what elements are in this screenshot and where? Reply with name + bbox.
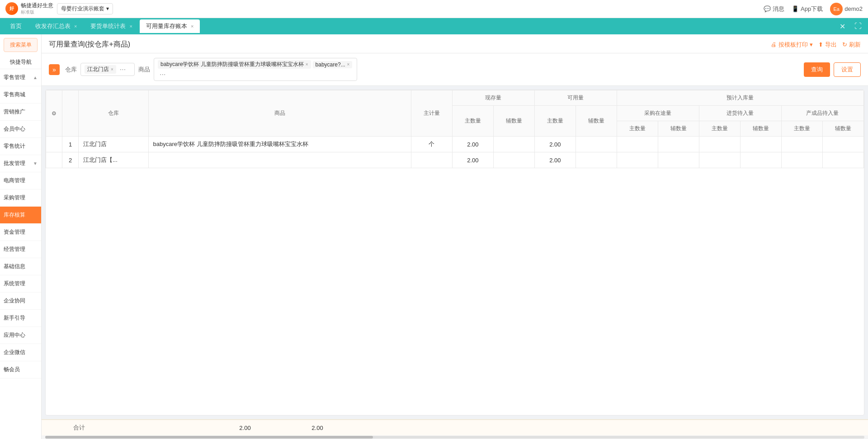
sidebar-item-new-guide[interactable]: 新手引导 [0, 310, 41, 327]
tab-available-stock[interactable]: 可用量库存账本 × [140, 19, 200, 33]
row2-no: 2 [62, 152, 79, 168]
tab-home-label: 首页 [10, 22, 22, 30]
filter-expand-btn[interactable]: » [49, 64, 60, 75]
scrollbar-thumb[interactable] [45, 436, 373, 439]
sidebar-item-wholesale[interactable]: 批发管理 ▼ [0, 155, 41, 172]
nav-tabs-end: ✕ ⛶ [837, 21, 864, 32]
th-main-unit: 主计量 [411, 90, 452, 137]
tab-order-stats-label: 要货单统计表 [90, 22, 126, 30]
sidebar-item-purchase-label: 采购管理 [4, 194, 25, 202]
footer-available-main: 2.00 [299, 425, 335, 431]
row2-settings[interactable] [46, 152, 62, 168]
top-bar: 好 畅捷通好生意 标准版 母婴行业演示账套 ▾ 💬 消息 📱 App下载 Ea … [0, 0, 868, 18]
row1-purchase-aux [658, 137, 699, 152]
th-goods-arrival-group: 进货待入量 [699, 106, 781, 121]
th-current-main: 主数量 [452, 106, 493, 137]
row2-purchase-main [617, 152, 658, 168]
row1-purchase-main [617, 137, 658, 152]
row1-available-main: 2.00 [534, 137, 576, 152]
product-filter-more[interactable]: ··· [160, 71, 165, 79]
industry-selector[interactable]: 母婴行业演示账套 ▾ [57, 3, 113, 14]
tab-receive-pay[interactable]: 收发存汇总表 × [29, 19, 83, 33]
printer-icon: 🖨 [771, 41, 777, 48]
sidebar-item-system[interactable]: 系统管理 [0, 275, 41, 293]
th-product-main: 主数量 [781, 121, 822, 137]
sidebar-item-vip[interactable]: 畅会员 [0, 361, 41, 378]
horizontal-scrollbar[interactable] [42, 435, 868, 439]
row2-goods-aux [740, 152, 781, 168]
sidebar-item-wechat[interactable]: 企业微信 [0, 344, 41, 361]
row1-settings[interactable] [46, 137, 62, 152]
query-btn[interactable]: 查询 [804, 62, 830, 77]
sidebar-item-app-center[interactable]: 应用中心 [0, 327, 41, 344]
quick-nav-btn[interactable]: 快捷导航 [0, 56, 41, 69]
print-chevron-icon: ▾ [810, 41, 813, 48]
sidebar-item-basic[interactable]: 基础信息 [0, 258, 41, 275]
product-tag-2-close[interactable]: × [347, 62, 350, 67]
tab-receive-pay-close[interactable]: × [74, 24, 77, 29]
sidebar-item-enterprise[interactable]: 企业协同 [0, 293, 41, 310]
sidebar-item-vip-label: 畅会员 [4, 366, 20, 373]
th-goods-main: 主数量 [699, 121, 740, 137]
message-icon: 💬 [764, 5, 771, 12]
warehouse-filter-more[interactable]: ··· [120, 66, 126, 74]
logo-sub-text: 标准版 [21, 9, 53, 15]
avatar: Ea [830, 3, 843, 15]
search-menu-btn[interactable]: 搜索菜单 [4, 38, 38, 52]
scrollbar-track[interactable] [45, 436, 864, 439]
message-btn[interactable]: 💬 消息 [764, 5, 784, 13]
sidebar-item-purchase[interactable]: 采购管理 [0, 189, 41, 207]
close-all-tabs-btn[interactable]: ✕ [837, 21, 848, 32]
app-icon: 📱 [792, 5, 799, 12]
sidebar-item-operations[interactable]: 经营管理 [0, 241, 41, 258]
product-filter-label: 商品 [138, 66, 150, 74]
sidebar-item-basic-label: 基础信息 [4, 263, 25, 270]
tab-order-stats[interactable]: 要货单统计表 × [84, 19, 138, 33]
sidebar-item-inventory[interactable]: 库存核算 [0, 207, 41, 224]
row2-product-aux [822, 152, 863, 168]
footer-current-main: 2.00 [227, 425, 263, 431]
product-filter-input[interactable]: babycare学饮杯 儿童防摔防撞吸管杯重力球吸嘴杯宝宝水杯 × babyca… [154, 58, 357, 81]
sidebar-item-system-label: 系统管理 [4, 280, 25, 288]
th-available-group: 可用量 [534, 90, 617, 106]
print-btn[interactable]: 🖨 按模板打印 ▾ [771, 41, 813, 49]
page-title: 可用量查询(按仓库+商品) [49, 40, 130, 49]
filter-actions: 查询 设置 [804, 62, 861, 77]
table-row: 2 江北门店【... 2.00 2.00 [46, 152, 864, 168]
sidebar-item-wechat-label: 企业微信 [4, 349, 25, 356]
sidebar-item-retail-mgmt[interactable]: 零售管理 ▲ [0, 69, 41, 86]
settings-btn[interactable]: 设置 [834, 62, 861, 77]
tab-order-stats-close[interactable]: × [129, 24, 132, 29]
warehouse-filter-input[interactable]: 江北门店 × ··· [80, 63, 135, 76]
product-tag-1-close[interactable]: × [306, 62, 308, 67]
th-product-arrival-group: 产成品待入量 [781, 106, 863, 121]
data-table: ⚙ 仓库 商品 主计量 现存量 可用量 预计入库量 主数量 辅数量 主数量 辅数… [46, 90, 864, 168]
row1-goods-aux [740, 137, 781, 152]
th-purchase-aux: 辅数量 [658, 121, 699, 137]
sidebar-item-retail-stats-label: 零售统计 [4, 142, 25, 150]
sidebar-item-marketing[interactable]: 营销推广 [0, 104, 41, 121]
th-goods-aux: 辅数量 [740, 121, 781, 137]
th-settings[interactable]: ⚙ [46, 90, 62, 137]
sidebar-item-finance[interactable]: 资金管理 [0, 224, 41, 241]
export-icon: ⬆ [818, 41, 823, 48]
sidebar-item-operations-label: 经营管理 [4, 245, 25, 253]
fullscreen-btn[interactable]: ⛶ [852, 21, 864, 31]
export-btn[interactable]: ⬆ 导出 [818, 41, 837, 49]
sidebar-item-member[interactable]: 会员中心 [0, 121, 41, 138]
refresh-btn[interactable]: ↻ 刷新 [842, 41, 861, 49]
sidebar-item-retail-store[interactable]: 零售商城 [0, 86, 41, 104]
tab-home[interactable]: 首页 [4, 19, 28, 33]
th-available-main: 主数量 [534, 106, 576, 137]
tab-available-stock-close[interactable]: × [191, 24, 193, 29]
app-download-btn[interactable]: 📱 App下载 [792, 5, 823, 13]
sidebar-item-retail-stats[interactable]: 零售统计 [0, 138, 41, 155]
warehouse-tag-1: 江北门店 × [85, 65, 116, 74]
tab-available-stock-label: 可用量库存账本 [146, 22, 187, 30]
product-tag-1-text: babycare学饮杯 儿童防摔防撞吸管杯重力球吸嘴杯宝宝水杯 [160, 61, 304, 68]
table-container[interactable]: ⚙ 仓库 商品 主计量 现存量 可用量 预计入库量 主数量 辅数量 主数量 辅数… [45, 90, 864, 415]
th-no [62, 90, 79, 137]
sidebar-item-ecommerce[interactable]: 电商管理 [0, 172, 41, 189]
warehouse-tag-1-close[interactable]: × [111, 67, 113, 72]
user-area[interactable]: Ea demo2 [830, 3, 863, 15]
